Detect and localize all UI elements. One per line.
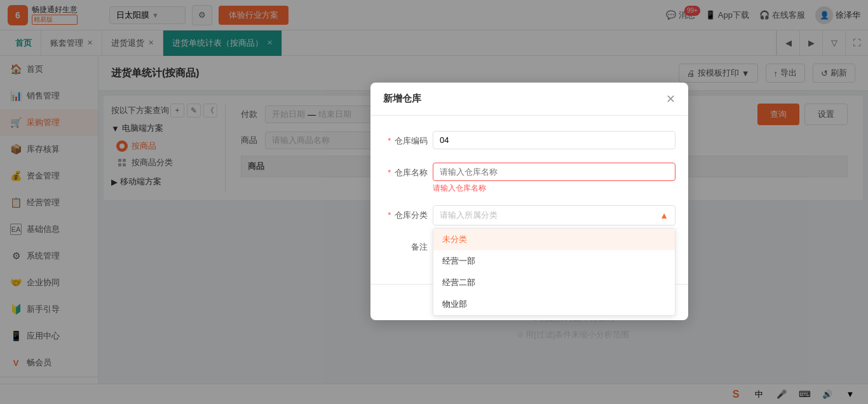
dialog-close-button[interactable]: ✕	[666, 93, 675, 105]
dropdown-arrow-icon: ▲	[660, 210, 668, 220]
name-wrap: 请输入仓库名称	[433, 163, 675, 194]
dropdown-item-1[interactable]: 经营一部	[433, 250, 675, 272]
category-row: * 仓库分类 请输入所属分类 ▲ 未分类 经营一部 经营二部 物业部	[383, 205, 675, 226]
dialog-header: 新增仓库 ✕	[370, 83, 688, 116]
dialog-title: 新增仓库	[383, 93, 421, 105]
code-label: * 仓库编码	[383, 131, 428, 151]
dropdown-item-3[interactable]: 物业部	[433, 293, 675, 315]
dropdown-item-2[interactable]: 经营二部	[433, 272, 675, 293]
code-input[interactable]	[433, 131, 675, 149]
name-error-message: 请输入仓库名称	[433, 183, 675, 194]
note-label: 备注	[383, 237, 428, 257]
dropdown-item-0[interactable]: 未分类	[433, 229, 675, 250]
category-dropdown: 请输入所属分类 ▲ 未分类 经营一部 经营二部 物业部	[433, 205, 675, 226]
category-label: * 仓库分类	[383, 205, 428, 226]
name-input[interactable]	[433, 163, 675, 181]
category-trigger[interactable]: 请输入所属分类 ▲	[433, 205, 675, 226]
name-label: * 仓库名称	[383, 163, 428, 183]
code-wrap	[433, 131, 675, 149]
category-dropdown-menu: 未分类 经营一部 经营二部 物业部	[433, 228, 675, 316]
dialog-body: * 仓库编码 * 仓库名称 请输入仓库名称 * 仓库分类	[370, 116, 688, 284]
add-warehouse-dialog: 新增仓库 ✕ * 仓库编码 * 仓库名称 请输入仓库名称	[370, 83, 688, 320]
category-placeholder: 请输入所属分类	[440, 210, 498, 221]
name-row: * 仓库名称 请输入仓库名称	[383, 163, 675, 194]
code-row: * 仓库编码	[383, 131, 675, 151]
